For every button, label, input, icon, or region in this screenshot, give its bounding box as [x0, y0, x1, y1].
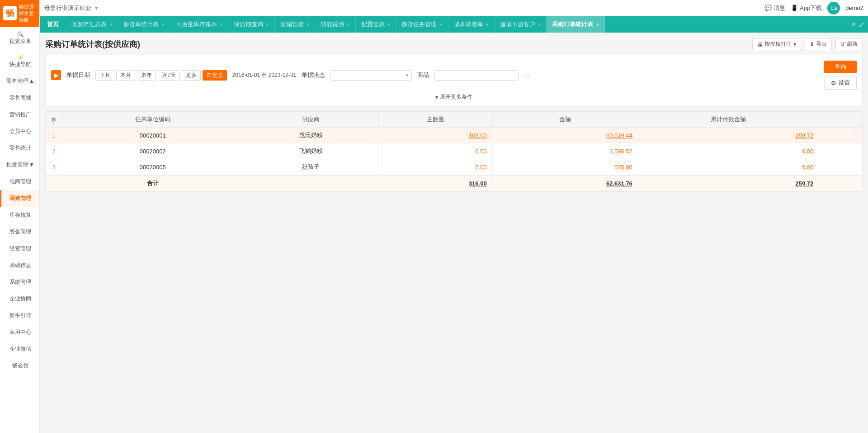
sidebar-item-shortcut[interactable]: ⚡ 快捷导航: [0, 50, 39, 73]
page-header: 采购订单统计表(按供应商) 🖨 按模板打印 ▾ ⬇ 导出 ↺ 刷新: [45, 38, 863, 50]
tab-expiry-query[interactable]: 保质期查询 ×: [228, 16, 274, 33]
th-qty: 主数量: [378, 112, 492, 128]
sidebar-item-purchase[interactable]: 采购管理: [0, 190, 39, 207]
goods-more-icon[interactable]: ···: [524, 71, 529, 79]
table-row[interactable]: 2 00020002 飞鹤奶粉 6.00 1,586.52 0.00: [46, 143, 862, 159]
refresh-icon: ↺: [840, 41, 845, 48]
sidebar-item-enterprise-wx[interactable]: 企业微信: [0, 341, 39, 357]
tab-collection-close[interactable]: ×: [109, 22, 112, 27]
print-button[interactable]: 🖨 按模板打印 ▾: [752, 38, 801, 50]
tab-config[interactable]: 配置信息 ×: [356, 16, 396, 33]
expand-conditions-button[interactable]: ▾ 展开更多条件: [435, 93, 472, 101]
cell-cumulative[interactable]: 0.00: [638, 143, 819, 159]
sidebar-item-search[interactable]: 🔍 搜索菜单: [0, 27, 39, 50]
cell-amount[interactable]: 60,519.44: [492, 128, 638, 143]
cell-num: 2: [46, 143, 62, 159]
sidebar-item-retail-mgmt[interactable]: 零售管理 ▲: [0, 73, 39, 90]
avatar[interactable]: Ea: [827, 2, 840, 14]
settings-button[interactable]: ⚙ 设置: [824, 76, 857, 90]
content-area: 采购订单统计表(按供应商) 🖨 按模板打印 ▾ ⬇ 导出 ↺ 刷新: [40, 33, 868, 433]
sidebar-item-vip[interactable]: 畅会员: [0, 357, 39, 374]
tab-collection[interactable]: 收发存汇总表 ×: [66, 16, 118, 33]
table-footer-row: 合计 316.00 62,631.76 259.72: [46, 175, 862, 191]
cell-code: 00020005: [62, 159, 243, 176]
header-actions: 🖨 按模板打印 ▾ ⬇ 导出 ↺ 刷新: [752, 38, 863, 50]
tab-order-stats-close[interactable]: ×: [161, 22, 164, 27]
tab-cost-close[interactable]: ×: [486, 22, 489, 27]
date-btn-last-month[interactable]: 上月: [95, 70, 114, 81]
tab-cost-adjust[interactable]: 成本调整单 ×: [448, 16, 495, 33]
date-range-text: 2016-01-01 至 2023-12-31: [232, 71, 296, 79]
sidebar-item-app-center[interactable]: 应用中心: [0, 324, 39, 341]
search-icon: 🔍: [17, 31, 24, 38]
sidebar-item-new-guide[interactable]: 新手引导: [0, 307, 39, 324]
sidebar-item-sys[interactable]: 系统管理: [0, 274, 39, 290]
tab-invite-close[interactable]: ×: [538, 22, 541, 27]
app-download-button[interactable]: 📱 App下载: [791, 4, 822, 12]
cell-qty[interactable]: 6.00: [378, 143, 492, 159]
sidebar-item-batch-mgmt[interactable]: 批发管理 ▼: [0, 157, 39, 173]
user-name[interactable]: demo2: [845, 5, 863, 11]
tab-func-close[interactable]: ×: [347, 22, 349, 27]
tab-purchase-order-stats[interactable]: 采购订单统计表 ×: [547, 16, 604, 33]
maximize-button[interactable]: ⤢: [859, 20, 864, 29]
th-gear[interactable]: ⚙: [46, 112, 62, 128]
tab-order-stats[interactable]: 要货单统计表 ×: [118, 16, 170, 33]
tab-expiry-close[interactable]: ×: [266, 22, 269, 27]
date-btn-custom[interactable]: 自定义: [203, 70, 227, 81]
goods-input[interactable]: [434, 70, 519, 81]
tab-func-desc[interactable]: 功能说明 ×: [315, 16, 355, 33]
refresh-button[interactable]: ↺ 刷新: [835, 38, 863, 50]
sidebar-item-marketing[interactable]: 营销推广: [0, 106, 39, 123]
cell-code: 00020002: [62, 143, 243, 159]
cell-end: [819, 143, 862, 159]
tab-home[interactable]: 首页: [40, 20, 66, 29]
tab-inventory-book-close[interactable]: ×: [220, 22, 222, 27]
sidebar-item-finance[interactable]: 资金管理: [0, 224, 39, 240]
cell-num: 1: [46, 128, 62, 143]
sidebar-item-member[interactable]: 会员中心: [0, 123, 39, 140]
tab-overstock-close[interactable]: ×: [307, 22, 309, 27]
sidebar-item-enterprise[interactable]: 企业协同: [0, 290, 39, 307]
cell-qty[interactable]: 7.00: [378, 159, 492, 176]
date-btn-this-month[interactable]: 本月: [116, 70, 135, 81]
tab-pick-close[interactable]: ×: [439, 22, 442, 27]
date-btn-this-year[interactable]: 本年: [137, 70, 156, 81]
table-row[interactable]: 1 00020001 惠氏奶粉 303.00 60,519.44 259.72: [46, 128, 862, 143]
tab-overstock[interactable]: 超储预警 ×: [275, 16, 315, 33]
cell-cumulative[interactable]: 259.72: [638, 128, 819, 143]
cell-code: 00020001: [62, 128, 243, 143]
tab-inventory-book[interactable]: 可用量库存账本 ×: [170, 16, 228, 33]
export-button[interactable]: ⬇ 导出: [805, 38, 832, 50]
cell-qty[interactable]: 303.00: [378, 128, 492, 143]
sidebar-item-basic-info[interactable]: 基础信息: [0, 257, 39, 274]
sidebar-item-retail-shop[interactable]: 零售商城: [0, 90, 39, 106]
shortcut-icon: ⚡: [17, 54, 24, 61]
tab-config-close[interactable]: ×: [387, 22, 390, 27]
cell-amount[interactable]: 525.80: [492, 159, 638, 176]
page-title: 采购订单统计表(按供应商): [45, 39, 140, 50]
date-btn-more[interactable]: 更多: [182, 70, 201, 81]
sidebar-logo[interactable]: 畅 畅捷通好生意 标版: [0, 0, 39, 27]
cell-cumulative[interactable]: 0.00: [638, 159, 819, 176]
notification-button[interactable]: 💬 消息: [764, 4, 785, 12]
sidebar-item-ops[interactable]: 经营管理: [0, 240, 39, 257]
cell-supplier: 飞鹤奶粉: [243, 143, 378, 159]
date-btn-7days[interactable]: 近7天: [158, 70, 180, 81]
query-button[interactable]: 查询: [824, 61, 857, 73]
cell-amount[interactable]: 1,586.52: [492, 143, 638, 159]
close-all-tabs-button[interactable]: ×: [852, 20, 856, 29]
filter-collapse-button[interactable]: ▶: [51, 70, 61, 80]
sidebar-item-inventory[interactable]: 库存核算: [0, 207, 39, 224]
tab-purchase-order-stats-close[interactable]: ×: [596, 22, 599, 27]
status-select[interactable]: [330, 70, 412, 81]
goods-label: 商品: [417, 71, 429, 79]
cell-num: 3: [46, 159, 62, 176]
sidebar-item-ecom[interactable]: 电商管理: [0, 173, 39, 190]
sidebar-item-retail-stats[interactable]: 零售统计: [0, 140, 39, 157]
status-label: 单据状态: [302, 71, 325, 79]
tab-pick-task[interactable]: 拣货任务管理 ×: [396, 16, 448, 33]
th-empty: [819, 112, 862, 128]
table-row[interactable]: 3 00020005 好孩子 7.00 525.80 0.00: [46, 159, 862, 176]
tab-invite[interactable]: 邀请下游客户 ×: [495, 16, 547, 33]
